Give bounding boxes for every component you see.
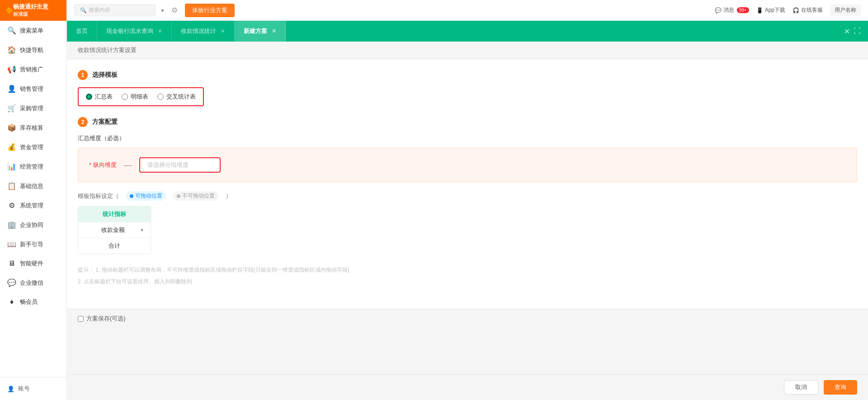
user-info[interactable]: 用户名称 [830,5,861,16]
sidebar-icon-1: 🏠 [7,46,16,54]
tabbar: 首页现金银行流水查询✕收款情况统计✕新建方案✕ ✕ ⛶ [67,21,868,42]
close-tab-icon[interactable]: ✕ [844,27,850,36]
download-label: App下载 [765,6,785,14]
can-drag-badge: 可拖动位置 [126,191,166,201]
query-button[interactable]: 查询 [824,380,857,395]
metrics-amount-label: 收款金额 [85,226,141,234]
radio-detail-label: 明细表 [131,93,148,101]
sidebar-item-2[interactable]: 📢 营销推广 [0,60,66,79]
sidebar-item-9[interactable]: ⚙ 系统管理 [0,196,66,215]
metrics-dropdown-icon[interactable]: ▾ [141,227,143,233]
sidebar-icon-0: 🔍 [7,26,16,35]
user-label: 用户名称 [835,7,856,13]
metrics-row-total[interactable]: 合计 [78,238,151,254]
search-box[interactable]: 🔍 搜索内容 [74,4,156,16]
sidebar-item-5[interactable]: 📦 库存核算 [0,118,66,137]
step1-block: 1 选择模板 汇总表 明细表 交叉统计表 [78,70,857,106]
radio-cross-input[interactable] [157,94,164,100]
sidebar-item-4[interactable]: 🛒 采购管理 [0,99,66,118]
tab-1[interactable]: 现金银行流水查询✕ [97,21,172,42]
save-checkbox-label[interactable]: 方案保存(可选) [78,315,126,323]
download-icon: 📱 [756,7,763,14]
step1-num: 1 [78,70,88,80]
radio-detail-input[interactable] [122,94,128,100]
content-area: 收款情况统计方案设置 1 选择模板 汇总表 明细表 [67,42,868,374]
sidebar-item-12[interactable]: 🖥 智能硬件 [0,254,66,273]
dimension-row: * 纵向维度 — 请选择分组维度 [89,157,846,173]
tab-actions: ✕ ⛶ [837,21,868,42]
app-edition: 标准版 [13,11,28,17]
sidebar-label-6: 资金管理 [20,143,43,151]
can-drag-dot [130,194,133,198]
metrics-label-prefix: 模板指标设定（ [78,192,119,200]
sidebar-icon-10: 🏢 [7,221,16,229]
sidebar-item-6[interactable]: 💰 资金管理 [0,137,66,157]
search-icon: 🔍 [80,7,87,14]
tab-2[interactable]: 收款情况统计✕ [172,21,235,42]
sidebar-icon-3: 👤 [7,85,16,93]
sidebar-item-0[interactable]: 🔍 搜索菜单 [0,21,66,40]
tab-3[interactable]: 新建方案✕ [235,21,286,42]
metrics-table-header: 统计指标 [78,207,151,222]
metrics-table: 统计指标 收款金额 ▾ 合计 [78,206,151,254]
message-icon: 💬 [715,7,722,14]
save-option-label: 方案保存(可选) [86,315,126,323]
sidebar-item-13[interactable]: 💬 企业微信 [0,273,66,292]
sidebar-label-0: 搜索菜单 [20,27,43,35]
metrics-header-label: 统计指标 [103,211,126,217]
metrics-row-amount[interactable]: 收款金额 ▾ [78,222,151,238]
sidebar-label-12: 智能硬件 [20,259,43,268]
sidebar-item-10[interactable]: 🏢 企业协同 [0,215,66,235]
bottom-bar: 取消 查询 [67,374,868,400]
step2-header: 2 方案配置 [78,117,857,127]
sidebar-label-13: 企业微信 [20,279,43,287]
tab-close-3[interactable]: ✕ [272,28,276,34]
save-checkbox[interactable] [78,316,84,322]
tab-close-1[interactable]: ✕ [158,28,162,34]
dimension-select[interactable]: 请选择分组维度 [139,157,221,173]
can-drag-label: 可拖动位置 [135,192,162,200]
sidebar-item-1[interactable]: 🏠 快捷导航 [0,40,66,60]
sidebar-item-14[interactable]: ♦ 畅会员 [0,292,66,311]
sidebar-item-11[interactable]: 📖 新手引导 [0,235,66,254]
tips-area: 提示： 1. 拖动标题栏可以调整布局，不可跨维度或指标区域拖动栏目字段(只能在同… [78,264,857,287]
dimension-section-label: 汇总维度（必选） [78,134,857,142]
message-item[interactable]: 💬 消息 99+ [715,6,749,14]
trial-btn[interactable]: 体验行业方案 [185,4,235,17]
service-item[interactable]: 🎧 在线客服 [793,6,823,14]
sidebar-icon-13: 💬 [7,278,16,287]
sidebar-bottom-help[interactable]: 👤 账号 [0,381,66,396]
tab-close-2[interactable]: ✕ [221,28,225,34]
sidebar: 🔶 畅捷通好生意 标准版 🔍 搜索菜单 🏠 快捷导航 📢 营销推广 👤 销售管理… [0,0,67,400]
sidebar-item-7[interactable]: 📊 经营管理 [0,157,66,176]
radio-summary[interactable]: 汇总表 [86,93,113,101]
radio-detail[interactable]: 明细表 [122,93,148,101]
topbar-right: 💬 消息 99+ 📱 App下载 🎧 在线客服 用户名称 [715,5,861,16]
dropdown-arrow[interactable]: ▾ [161,7,164,14]
step2-block: 2 方案配置 汇总维度（必选） * 纵向维度 — 请选择分组维度 [78,117,857,287]
sidebar-icon-5: 📦 [7,123,16,132]
expand-icon[interactable]: ⛶ [854,27,861,35]
sidebar-icon-4: 🛒 [7,104,16,113]
main-area: 🔍 搜索内容 ▾ ⚙ 体验行业方案 💬 消息 99+ 📱 App下载 🎧 在线客… [67,0,868,400]
radio-summary-input[interactable] [86,94,92,100]
cancel-button[interactable]: 取消 [784,380,818,395]
sidebar-item-3[interactable]: 👤 销售管理 [0,79,66,99]
radio-cross[interactable]: 交叉统计表 [157,93,196,101]
step1-header: 1 选择模板 [78,70,857,80]
sidebar-icon-14: ♦ [7,298,16,306]
search-placeholder: 搜索内容 [89,6,110,14]
sidebar-label-8: 基础信息 [20,182,43,190]
logo-icon: 🔶 [5,7,13,14]
sidebar-icon-2: 📢 [7,65,16,74]
dimension-placeholder: 请选择分组维度 [147,161,189,168]
metrics-label-suffix: ） [226,192,231,200]
gear-icon[interactable]: ⚙ [171,6,178,14]
download-item[interactable]: 📱 App下载 [756,6,785,14]
tip-line1: 提示： 1. 拖动标题栏可以调整布局，不可跨维度或指标区域拖动栏目字段(只能在同… [78,264,857,275]
sidebar-label-14: 畅会员 [20,298,38,306]
sidebar-item-8[interactable]: 📋 基础信息 [0,176,66,196]
tab-0[interactable]: 首页 [67,21,97,42]
template-select-box: 汇总表 明细表 交叉统计表 [78,87,204,106]
sidebar-label-5: 库存核算 [20,124,43,132]
